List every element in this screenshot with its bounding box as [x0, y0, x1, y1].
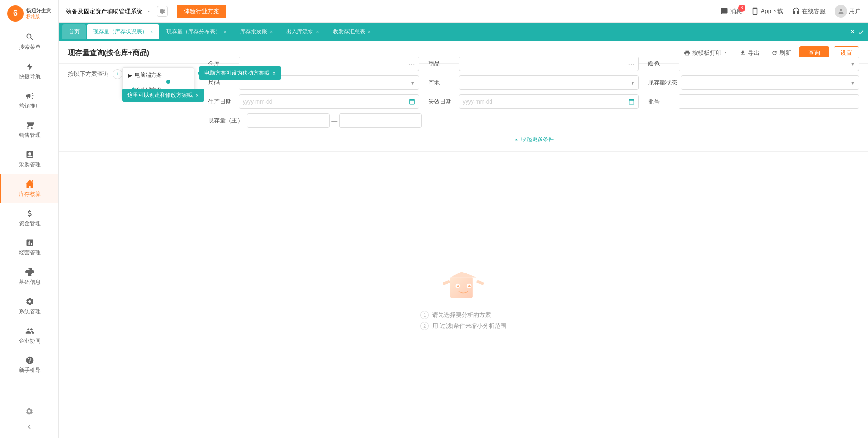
empty-tip-1-text: 请先选择要分析的方案 — [432, 311, 491, 319]
sidebar-item-finance[interactable]: 资金管理 — [0, 203, 58, 233]
page-title: 现存量查询(按仓库+商品) — [68, 48, 149, 58]
topbar-system: 装备及固定资产辅助管理系统 — [66, 7, 151, 15]
tab-batch[interactable]: 库存批次账 × — [234, 24, 279, 39]
tooltip-1-text: 电脑方案可设为移动方案哦 — [204, 69, 269, 77]
sidebar-item-label-nav: 快捷导航 — [19, 73, 41, 80]
sidebar-item-system[interactable]: 系统管理 — [0, 292, 58, 321]
collapse-label: 收起更多条件 — [521, 136, 554, 143]
tooltip-2-text: 这里可以创建和修改方案哦 — [127, 91, 193, 99]
expire-date-label: 失效日期 — [428, 98, 455, 106]
tab-summary-close[interactable]: × — [368, 29, 371, 34]
messages-badge: 6 — [738, 5, 745, 12]
expire-date-input[interactable]: yyyy-mm-dd — [459, 94, 639, 109]
tab-inventory-dist-close[interactable]: × — [223, 29, 226, 34]
stock-qty-label: 现存量（主） — [208, 117, 243, 125]
stock-status-select[interactable]: ▼ — [681, 75, 859, 90]
svg-rect-5 — [443, 280, 451, 285]
tab-summary[interactable]: 收发存汇总表 × — [326, 24, 377, 39]
expire-date-calendar-icon — [628, 99, 635, 105]
filter-item-stock-qty: 现存量（主） — — [208, 113, 422, 128]
produce-date-label: 生产日期 — [208, 98, 235, 106]
settings-icon[interactable] — [157, 6, 168, 17]
filter-item-stock-status: 现存量状态 ▼ — [648, 75, 859, 90]
tip-num-1: 1 — [420, 311, 429, 319]
sidebar-item-label-basic: 基础信息 — [19, 278, 41, 286]
tab-inout[interactable]: 出入库流水 × — [280, 24, 325, 39]
tab-inout-close[interactable]: × — [316, 29, 319, 34]
goods-dots: ··· — [628, 59, 635, 69]
online-service-label: 在线客服 — [802, 7, 826, 15]
tab-inventory-status-label: 现存量（库存状况表） — [93, 28, 147, 36]
sidebar-item-basic[interactable]: 基础信息 — [0, 262, 58, 292]
filter-item-color: 颜色 ▼ — [648, 57, 859, 71]
tab-inout-label: 出入库流水 — [286, 28, 313, 36]
stock-status-label: 现存量状态 — [648, 79, 677, 87]
messages-btn[interactable]: 6 消息 — [720, 7, 742, 15]
origin-label: 产地 — [428, 79, 455, 87]
sidebar-item-purchase[interactable]: 采购管理 — [0, 145, 58, 174]
empty-tip-2-text: 用[过滤]条件来缩小分析范围 — [432, 322, 506, 330]
empty-state: 1 请先选择要分析的方案 2 用[过滤]条件来缩小分析范围 — [59, 152, 868, 438]
filter-area: 按以下方案查询 + ✎ ← ▶ 电脑端方案 ▶ 移动端方案 — [59, 64, 868, 152]
sidebar-item-management[interactable]: 经营管理 — [0, 233, 58, 262]
origin-arrow-icon: ▼ — [630, 80, 635, 85]
batch-input[interactable] — [679, 94, 859, 109]
sidebar-item-search[interactable]: 搜索菜单 — [0, 27, 58, 57]
color-label: 颜色 — [648, 60, 675, 68]
avatar — [835, 5, 847, 18]
tab-batch-label: 库存批次账 — [240, 28, 267, 36]
sidebar-item-warehouse[interactable]: 库存核算 — [0, 174, 58, 203]
origin-select[interactable]: ▼ — [459, 75, 639, 90]
sidebar-item-sales[interactable]: 销售管理 — [0, 115, 58, 145]
scheme-item-desktop[interactable]: ▶ 电脑端方案 — [123, 68, 194, 83]
sidebar-item-label-warehouse: 库存核算 — [19, 190, 41, 198]
tab-inventory-dist[interactable]: 现存量（库存分布表） × — [160, 24, 232, 39]
main: 装备及固定资产辅助管理系统 体验行业方案 6 消息 App下载 在线客服 — [59, 0, 868, 438]
filter-item-expire-date: 失效日期 yyyy-mm-dd — [428, 94, 639, 109]
tab-maximize[interactable]: ⤢ — [859, 28, 864, 36]
stock-qty-max[interactable] — [339, 113, 422, 128]
tooltip-1-close[interactable]: × — [272, 70, 276, 77]
filter-label: 按以下方案查询 — [68, 70, 109, 78]
sidebar-bottom — [0, 400, 58, 438]
sidebar-item-label-search: 搜索菜单 — [19, 43, 41, 51]
sidebar-item-cooperation[interactable]: 企业协同 — [0, 321, 58, 350]
add-scheme-btn[interactable]: + — [113, 69, 123, 79]
tooltip-2-close[interactable]: × — [195, 92, 199, 99]
sidebar-item-label-guide: 新手引导 — [19, 367, 41, 374]
filter-row-3: 生产日期 yyyy-mm-dd 失效日期 yyyy-mm-dd — [208, 94, 859, 109]
tab-batch-close[interactable]: × — [270, 29, 273, 34]
tab-inventory-dist-label: 现存量（库存分布表） — [166, 28, 221, 36]
sidebar-item-marketing[interactable]: 营销推广 — [0, 86, 58, 115]
goods-select[interactable]: ··· — [459, 57, 639, 71]
tab-close-all[interactable]: × — [850, 27, 855, 37]
filter-rows-container: 仓库 ··· 商品 ··· 颜色 — [208, 57, 859, 128]
sidebar-item-nav[interactable]: 快捷导航 — [0, 57, 58, 86]
refresh-label: 刷新 — [779, 49, 791, 57]
tabbar: 首页 现存量（库存状况表） × 现存量（库存分布表） × 库存批次账 × 出入库… — [59, 23, 868, 41]
collapse-btn[interactable]: 收起更多条件 — [208, 132, 859, 146]
trial-btn[interactable]: 体验行业方案 — [177, 5, 226, 18]
online-service-btn[interactable]: 在线客服 — [792, 7, 826, 15]
sidebar-item-guide[interactable]: 新手引导 — [0, 350, 58, 380]
sidebar-nav: 搜索菜单 快捷导航 营销推广 销售管理 采购管理 库存核算 资金管理 经营管理 — [0, 27, 58, 400]
produce-date-input[interactable]: yyyy-mm-dd — [239, 94, 419, 109]
stock-status-arrow-icon: ▼ — [850, 80, 855, 85]
empty-illustration — [441, 260, 486, 306]
stock-qty-min[interactable] — [247, 113, 330, 128]
sidebar-item-label-cooperation: 企业协同 — [19, 337, 41, 345]
color-select[interactable]: ▼ — [679, 57, 859, 71]
sidebar-item-label-sales: 销售管理 — [19, 132, 41, 139]
sidebar-item-label-finance: 资金管理 — [19, 220, 41, 227]
sidebar-bottom-collapse[interactable] — [0, 419, 58, 434]
goods-label: 商品 — [428, 60, 455, 68]
tab-home[interactable]: 首页 — [62, 24, 86, 39]
tab-inventory-status-close[interactable]: × — [150, 29, 153, 34]
user-btn[interactable]: 用户 — [835, 5, 861, 18]
tab-inventory-status[interactable]: 现存量（库存状况表） × — [87, 24, 159, 39]
tabbar-right: × ⤢ — [850, 27, 864, 37]
filter-row-1: 仓库 ··· 商品 ··· 颜色 — [208, 57, 859, 71]
sidebar-bottom-gear[interactable] — [0, 404, 58, 419]
empty-tip-2: 2 用[过滤]条件来缩小分析范围 — [420, 322, 506, 330]
app-download-btn[interactable]: App下载 — [751, 7, 783, 15]
